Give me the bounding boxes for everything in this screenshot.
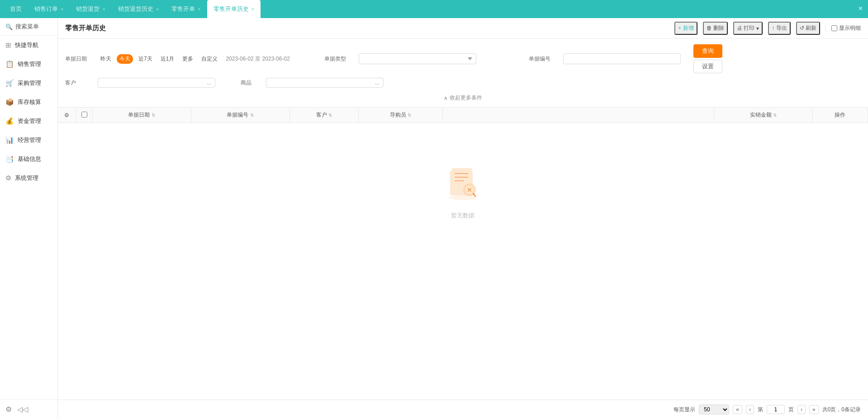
empty-text: 暂无数据 <box>451 212 474 220</box>
sidebar-bottom: ⚙ ◁◁ <box>0 399 57 419</box>
refresh-button[interactable]: ↺ 刷新 <box>796 22 820 35</box>
sidebar-item-inventory[interactable]: 📦 库存核算 <box>0 93 57 112</box>
col-salesperson-label: 导购员 <box>390 112 406 118</box>
table-wrapper: ⚙ 单据日期 ⇅ 单据编号 ⇅ <box>58 108 868 400</box>
customer-ellipsis-icon[interactable]: ... <box>207 80 211 86</box>
page-number-input[interactable] <box>767 405 785 414</box>
col-number-sort-icon[interactable]: ⇅ <box>250 113 254 118</box>
per-page-select[interactable]: 20 50 100 <box>699 405 729 414</box>
page-suffix: 页 <box>788 406 794 414</box>
window-close-btn[interactable]: × <box>859 5 863 13</box>
date-btn-today[interactable]: 今天 <box>117 54 133 64</box>
customer-label: 客户 <box>65 79 90 87</box>
tab-home[interactable]: 首页 <box>4 0 28 18</box>
tab-sales-order[interactable]: 销售订单 × <box>28 0 70 18</box>
product-input[interactable] <box>270 80 375 86</box>
filter-settings-button[interactable]: 设置 <box>693 60 722 73</box>
select-all-checkbox[interactable] <box>81 112 87 118</box>
date-btn-custom[interactable]: 自定义 <box>199 54 220 64</box>
col-extra <box>442 108 714 123</box>
tab-return-history[interactable]: 销货退货历史 × <box>112 0 165 18</box>
sidebar: 🔍 搜索菜单 ⊞ 快捷导航 📋 销售管理 🛒 采购管理 📦 库存核算 💰 资金管… <box>0 18 58 419</box>
col-customer[interactable]: 客户 ⇅ <box>289 108 359 123</box>
print-dropdown-icon: ▾ <box>756 25 759 32</box>
date-shortcuts: 昨天 今天 近7天 近1月 更多 自定义 2023-06-02 至 2023-0… <box>98 54 290 64</box>
col-amount[interactable]: 实销金额 ⇅ <box>714 108 812 123</box>
sidebar-item-quick-nav[interactable]: ⊞ 快捷导航 <box>0 36 57 55</box>
first-page-btn[interactable]: « <box>733 405 742 414</box>
inventory-icon: 📦 <box>5 98 14 106</box>
add-button[interactable]: + 新增 <box>674 22 697 35</box>
collapse-filter-btn[interactable]: ∧ 收起更多条件 <box>65 92 861 102</box>
sidebar-item-sales[interactable]: 📋 销售管理 <box>0 55 57 74</box>
date-btn-7days[interactable]: 近7天 <box>136 54 155 64</box>
sidebar-item-finance[interactable]: 💰 资金管理 <box>0 112 57 131</box>
tab-retail-open[interactable]: 零售开单 × <box>165 0 207 18</box>
tab-retail-history-close[interactable]: × <box>251 6 254 12</box>
page-title: 零售开单历史 <box>65 24 106 33</box>
sales-icon: 📋 <box>5 60 14 68</box>
export-button[interactable]: ↑ 导出 <box>768 22 790 35</box>
col-amount-label: 实销金额 <box>750 112 772 118</box>
customer-input-wrapper[interactable]: ... <box>98 78 215 88</box>
doc-type-label: 单据类型 <box>324 55 351 63</box>
date-btn-yesterday[interactable]: 昨天 <box>98 54 114 64</box>
tab-sales-order-close[interactable]: × <box>61 6 63 12</box>
data-table: ⚙ 单据日期 ⇅ 单据编号 ⇅ <box>58 108 868 256</box>
col-date[interactable]: 单据日期 ⇅ <box>92 108 191 123</box>
sidebar-search[interactable]: 🔍 搜索菜单 <box>0 18 57 36</box>
col-salesperson[interactable]: 导购员 ⇅ <box>359 108 442 123</box>
show-detail-checkbox-wrapper[interactable]: 显示明细 <box>831 24 861 32</box>
column-settings-icon[interactable]: ⚙ <box>64 112 69 118</box>
sidebar-item-purchase[interactable]: 🛒 采购管理 <box>0 74 57 93</box>
svg-point-0 <box>449 195 476 200</box>
sidebar-item-management[interactable]: 📊 经营管理 <box>0 131 57 150</box>
sidebar-collapse-icon[interactable]: ◁◁ <box>17 405 28 414</box>
sidebar-item-basic-info[interactable]: 📑 基础信息 <box>0 150 57 169</box>
print-button[interactable]: 🖨 打印 ▾ <box>733 22 763 35</box>
tab-return-close[interactable]: × <box>102 6 105 12</box>
toolbar-divider <box>825 25 826 32</box>
col-salesperson-sort-icon[interactable]: ⇅ <box>408 113 411 118</box>
doc-type-select[interactable] <box>359 53 476 64</box>
customer-input[interactable] <box>102 80 207 86</box>
col-settings[interactable]: ⚙ <box>58 108 76 123</box>
sidebar-item-system[interactable]: ⚙ 系统管理 <box>0 169 57 188</box>
next-page-btn[interactable]: › <box>797 405 806 414</box>
col-date-label: 单据日期 <box>128 112 150 118</box>
date-btn-more[interactable]: 更多 <box>180 54 196 64</box>
col-date-sort-icon[interactable]: ⇅ <box>152 113 155 118</box>
toolbar: 零售开单历史 + 新增 🗑 删除 🖨 打印 ▾ ↑ 导出 ↺ 刷新 <box>58 18 868 39</box>
doc-number-label: 单据编号 <box>529 55 556 63</box>
tab-retail-history[interactable]: 零售开单历史 × <box>207 0 261 18</box>
purchase-icon: 🛒 <box>5 79 14 87</box>
top-nav-bar: 首页 销售订单 × 销货退货 × 销货退货历史 × 零售开单 × 零售开单历史 … <box>0 0 868 18</box>
last-page-btn[interactable]: » <box>809 405 819 414</box>
col-number[interactable]: 单据编号 ⇅ <box>191 108 289 123</box>
finance-icon: 💰 <box>5 117 14 125</box>
prev-page-btn[interactable]: ‹ <box>746 405 754 414</box>
tab-retail-open-close[interactable]: × <box>198 6 200 12</box>
query-button[interactable]: 查询 <box>693 44 722 58</box>
basic-info-icon: 📑 <box>5 155 14 163</box>
doc-number-input[interactable] <box>563 53 681 64</box>
product-input-wrapper[interactable]: ... <box>266 78 384 88</box>
show-detail-checkbox[interactable] <box>831 25 837 31</box>
date-range-display: 2023-06-02 至 2023-06-02 <box>226 55 289 63</box>
main-layout: 🔍 搜索菜单 ⊞ 快捷导航 📋 销售管理 🛒 采购管理 📦 库存核算 💰 资金管… <box>0 18 868 419</box>
tab-return[interactable]: 销货退货 × <box>70 0 111 18</box>
col-customer-label: 客户 <box>316 112 327 118</box>
product-ellipsis-icon[interactable]: ... <box>375 80 379 86</box>
col-amount-sort-icon[interactable]: ⇅ <box>773 113 777 118</box>
col-customer-sort-icon[interactable]: ⇅ <box>328 113 332 118</box>
per-page-label: 每页显示 <box>674 406 695 414</box>
tab-return-history-close[interactable]: × <box>156 6 159 12</box>
search-icon: 🔍 <box>5 24 13 30</box>
empty-state-icon <box>440 159 485 204</box>
filter-row-date: 单据日期 昨天 今天 近7天 近1月 更多 自定义 2023-06-02 至 2… <box>65 44 861 73</box>
date-btn-1month[interactable]: 近1月 <box>158 54 177 64</box>
col-checkbox[interactable] <box>76 108 92 123</box>
settings-gear-icon[interactable]: ⚙ <box>5 405 12 414</box>
toolbar-actions: + 新增 🗑 删除 🖨 打印 ▾ ↑ 导出 ↺ 刷新 显 <box>674 22 861 35</box>
delete-button[interactable]: 🗑 删除 <box>703 22 728 35</box>
